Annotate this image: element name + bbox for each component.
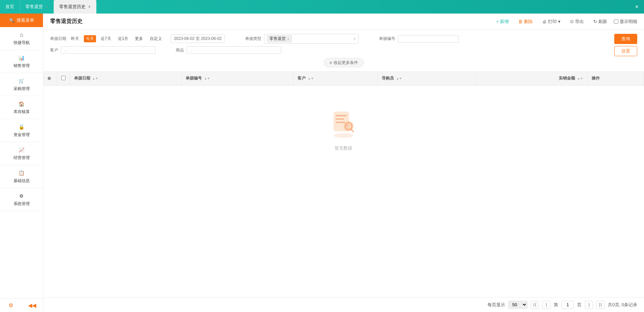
date-custom-btn[interactable]: 自定义	[148, 35, 164, 42]
date-range-input[interactable]: 2023-06-02 至 2023-06-02	[171, 35, 225, 43]
sidebar-item-system[interactable]: ⚙ 系统管理	[0, 188, 43, 211]
delete-button[interactable]: 🗑 删除	[516, 17, 535, 26]
last-page-button[interactable]: ⟩⟩	[596, 301, 604, 309]
sidebar-item-operations[interactable]: 📈 经营管理	[0, 142, 43, 165]
date-filter-label: 单据日期	[50, 36, 66, 42]
delete-icon: 🗑	[518, 19, 523, 24]
type-dropdown-icon[interactable]: ▾	[354, 37, 356, 41]
sidebar-item-system-label: 系统管理	[14, 201, 30, 207]
export-button[interactable]: ⊙ 导出	[567, 17, 587, 26]
sidebar-item-sales-label: 销售管理	[14, 63, 30, 69]
table-settings-icon[interactable]: ⚙	[47, 76, 51, 81]
goods-filter-input[interactable]: ...	[187, 46, 281, 54]
col-checkbox[interactable]	[57, 72, 70, 85]
goods-filter-label: 商品	[176, 47, 184, 53]
tab-retail-return[interactable]: 零售退货 ×	[20, 0, 54, 14]
customer-filter-input[interactable]: ...	[61, 46, 156, 54]
date-1month-btn[interactable]: 近1月	[116, 35, 130, 42]
refresh-button[interactable]: ↻ 刷新	[591, 17, 610, 26]
date-today-btn[interactable]: 今天	[84, 35, 96, 42]
table-select-all[interactable]	[61, 76, 66, 80]
date-yesterday-btn[interactable]: 昨天	[69, 35, 81, 42]
empty-icon	[327, 106, 360, 140]
sidebar-item-purchase[interactable]: 🛒 采购管理	[0, 73, 43, 96]
sidebar-item-inventory-label: 库存核算	[14, 109, 30, 115]
inventory-icon: 🏠	[18, 100, 25, 108]
sidebar-item-finance-label: 资金管理	[14, 132, 30, 138]
collapse-filter-label: 收起更多条件	[334, 60, 358, 66]
home-icon: ⌂	[18, 31, 25, 39]
export-label: 导出	[575, 19, 584, 25]
delete-label: 删除	[524, 19, 533, 25]
customer-placeholder: ...	[64, 48, 67, 52]
tab-retail-return-history-close[interactable]: ×	[88, 4, 91, 9]
sidebar-item-basic-info[interactable]: 📋 基础信息	[0, 165, 43, 188]
page-number-input[interactable]	[562, 301, 574, 309]
next-page-button[interactable]: ⟩	[585, 301, 593, 309]
print-label: 打印	[548, 19, 557, 25]
col-guide[interactable]: 导购员 ▲▼	[378, 72, 476, 85]
page-label: 第	[554, 302, 558, 308]
type-tag-remove[interactable]: ×	[287, 37, 289, 41]
svg-point-0	[334, 133, 353, 137]
first-page-button[interactable]: ⟨⟨	[531, 301, 539, 309]
date-range-value: 2023-06-02 至 2023-06-02	[174, 36, 221, 42]
sidebar-footer: ⚙ ◀◀	[0, 298, 43, 312]
window-close-button[interactable]: ×	[629, 3, 644, 10]
tab-retail-return-history[interactable]: 零售退货历史 ×	[54, 0, 96, 14]
svg-rect-3	[336, 118, 344, 119]
col-date-sort: ▲▼	[92, 77, 98, 80]
print-dropdown-icon: ▾	[558, 19, 560, 24]
col-action-label: 操作	[592, 76, 600, 81]
sidebar-item-inventory[interactable]: 🏠 库存核算	[0, 96, 43, 119]
collapse-filter-button[interactable]: ∧ 收起更多条件	[324, 58, 364, 67]
type-filter-input[interactable]: 零售退货 × ▾	[264, 34, 359, 44]
sidebar-item-operations-label: 经营管理	[14, 155, 30, 161]
goods-placeholder: ...	[190, 48, 193, 52]
query-button[interactable]: 查询	[614, 34, 637, 44]
new-button[interactable]: + 新增	[494, 17, 511, 26]
search-icon: 🔍	[9, 18, 15, 23]
prev-page-button[interactable]: ⟨	[542, 301, 550, 309]
tab-retail-return-close[interactable]: ×	[46, 4, 48, 9]
print-icon: 🖨	[542, 19, 547, 24]
number-filter-input[interactable]	[398, 35, 459, 43]
col-customer[interactable]: 客户 ▲▼	[293, 72, 378, 85]
refresh-icon: ↻	[593, 19, 597, 24]
sidebar-settings-button[interactable]: ⚙	[0, 299, 22, 312]
type-filter: 单据类型 零售退货 × ▾	[245, 34, 359, 44]
col-date[interactable]: 单据日期 ▲▼	[70, 72, 182, 85]
col-settings[interactable]: ⚙	[43, 72, 57, 85]
col-date-label: 单据日期	[74, 76, 90, 81]
sidebar-item-purchase-label: 采购管理	[14, 86, 30, 92]
set-button[interactable]: 设置	[614, 46, 637, 56]
date-filter: 单据日期 昨天 今天 近7天 近1月 更多 自定义	[50, 35, 164, 42]
col-amount[interactable]: 实销金额 ▲▼	[476, 72, 588, 85]
settings-icon: ⚙	[8, 302, 13, 309]
sidebar-item-quick-nav[interactable]: ⌂ 快捷导航	[0, 27, 43, 50]
query-set-buttons: 查询 设置	[614, 34, 637, 56]
tab-retail-return-label: 零售退货	[25, 4, 43, 10]
page-size-label: 每页显示	[487, 302, 505, 308]
filter-row-1: 单据日期 昨天 今天 近7天 近1月 更多 自定义	[50, 34, 607, 44]
sidebar-audio-button[interactable]: ◀◀	[22, 299, 43, 312]
sidebar-search[interactable]: 🔍 搜索菜单	[0, 14, 43, 27]
type-filter-label: 单据类型	[245, 36, 261, 42]
svg-rect-2	[336, 115, 347, 116]
sidebar: 🔍 搜索菜单 ⌂ 快捷导航 📊 销售管理 🛒 采购管理 🏠 库存核算 🔒	[0, 14, 43, 312]
sidebar-item-sales[interactable]: 📊 销售管理	[0, 50, 43, 73]
filter-area: 单据日期 昨天 今天 近7天 近1月 更多 自定义	[43, 30, 644, 72]
tab-home[interactable]: 首页	[0, 0, 20, 14]
sidebar-item-quick-nav-label: 快捷导航	[14, 40, 30, 46]
show-detail-checkbox[interactable]: 显示明细	[614, 19, 637, 25]
sidebar-item-finance[interactable]: 🔒 资金管理	[0, 119, 43, 142]
table-body: 暂无数据	[43, 85, 644, 172]
page-size-select[interactable]: 50 10 20 100	[508, 301, 527, 309]
date-more-btn[interactable]: 更多	[133, 35, 145, 42]
show-detail-input[interactable]	[614, 19, 618, 24]
date-7days-btn[interactable]: 近7天	[99, 35, 113, 42]
print-button[interactable]: 🖨 打印 ▾	[540, 17, 563, 26]
number-filter: 单据编号	[379, 35, 459, 43]
sales-icon: 📊	[18, 54, 25, 62]
col-number[interactable]: 单据编号 ▲▼	[182, 72, 293, 85]
